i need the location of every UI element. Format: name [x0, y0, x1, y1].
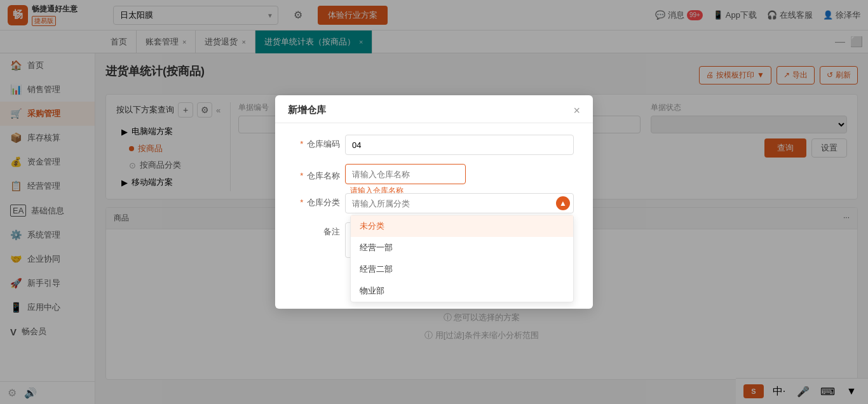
category-input-wrap: ▲: [345, 193, 574, 213]
modal-header: 新增仓库 ×: [275, 95, 593, 123]
required-star-code: *: [300, 139, 303, 149]
category-dropdown: 未分类 经营一部 经营二部 物业部: [350, 215, 574, 302]
dropdown-item-2[interactable]: 经营二部: [351, 259, 573, 280]
category-input[interactable]: [345, 193, 574, 213]
form-row-category: * 仓库分类 ▲ 未分类 经营一部 经营二部 物业部: [294, 193, 574, 213]
warehouse-name-input[interactable]: [345, 164, 466, 184]
modal-close-button[interactable]: ×: [573, 105, 580, 116]
dropdown-item-3[interactable]: 物业部: [351, 280, 573, 302]
required-star-name: *: [300, 171, 303, 180]
form-row-name: * 仓库名称 请输入仓库名称: [294, 164, 574, 184]
new-warehouse-modal: 新增仓库 × * 仓库编码 * 仓库名称 请输入仓库名称: [275, 95, 593, 309]
dropdown-item-1[interactable]: 经营一部: [351, 237, 573, 259]
code-label: * 仓库编码: [294, 135, 345, 150]
notes-label-text: 备注: [323, 227, 340, 236]
required-star-category: *: [300, 198, 303, 207]
form-row-code: * 仓库编码: [294, 135, 574, 155]
category-toggle-btn[interactable]: ▲: [556, 196, 570, 210]
name-label: * 仓库名称: [294, 166, 345, 182]
modal-title: 新增仓库: [288, 104, 326, 116]
warehouse-code-input[interactable]: [345, 135, 574, 155]
notes-label: 备注: [294, 222, 345, 238]
modal-body: * 仓库编码 * 仓库名称 请输入仓库名称 * 仓库分类: [275, 123, 593, 273]
category-label: * 仓库分类: [294, 193, 345, 208]
code-label-text: 仓库编码: [307, 139, 340, 149]
name-label-text: 仓库名称: [307, 171, 340, 180]
category-label-text: 仓库分类: [307, 198, 340, 207]
dropdown-item-0[interactable]: 未分类: [351, 215, 573, 237]
